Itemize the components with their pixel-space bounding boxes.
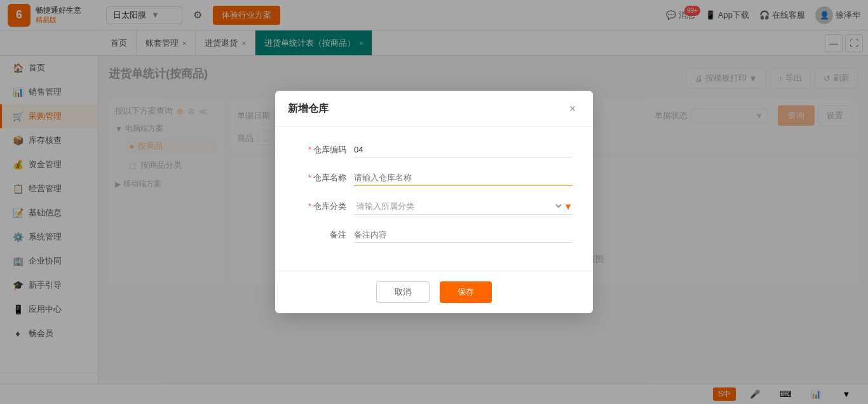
note-input[interactable] xyxy=(354,227,573,243)
name-label: *仓库名称 xyxy=(295,172,346,184)
modal-overlay: 新增仓库 × *仓库编码 *仓库名称 *仓库分类 xyxy=(0,0,868,404)
modal-footer: 取消 保存 xyxy=(275,271,593,313)
code-input[interactable] xyxy=(354,142,573,158)
modal-body: *仓库编码 *仓库名称 *仓库分类 请输入所属分类 xyxy=(275,127,593,271)
form-row-note: 备注 xyxy=(295,227,573,243)
form-row-category: *仓库分类 请输入所属分类 ▼ xyxy=(295,198,573,215)
modal-header: 新增仓库 × xyxy=(275,91,593,127)
form-row-name: *仓库名称 xyxy=(295,170,573,185)
category-label: *仓库分类 xyxy=(295,201,346,212)
form-row-code: *仓库编码 xyxy=(295,142,573,158)
modal-title: 新增仓库 xyxy=(288,102,329,116)
save-button[interactable]: 保存 xyxy=(440,281,492,303)
category-dropdown-icon: ▼ xyxy=(564,201,573,212)
code-label: *仓库编码 xyxy=(295,144,346,156)
category-select[interactable]: 请输入所属分类 xyxy=(354,201,564,212)
category-select-wrapper[interactable]: 请输入所属分类 ▼ xyxy=(354,198,573,215)
note-label: 备注 xyxy=(295,229,346,241)
modal-close-icon[interactable]: × xyxy=(565,101,580,116)
cancel-button[interactable]: 取消 xyxy=(376,281,430,303)
add-warehouse-modal: 新增仓库 × *仓库编码 *仓库名称 *仓库分类 xyxy=(275,91,593,313)
name-input[interactable] xyxy=(354,170,573,185)
